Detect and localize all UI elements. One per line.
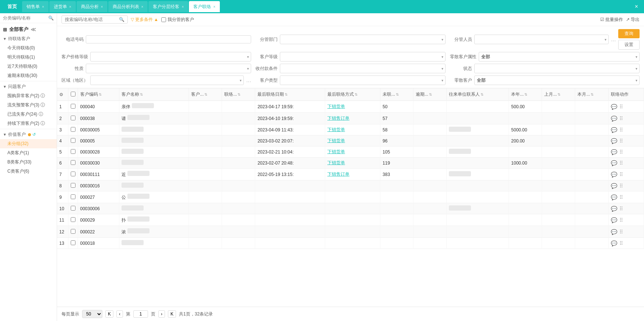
first-page-button[interactable]: K [105,310,113,318]
region-more-icon[interactable]: … [246,77,251,83]
contact-action-icon[interactable]: 💬 [611,104,617,110]
row-checkbox[interactable] [71,172,75,176]
sort-no-contact-icon[interactable]: ⇅ [396,92,399,96]
contact-action-icon[interactable]: 💬 [611,183,617,189]
payment-select[interactable] [280,64,445,73]
nav-tab-customer-contact[interactable]: 客户联络 × [189,1,220,12]
sidebar-item-churn-risk[interactable]: 流失预警客户(3) ⓘ [0,100,57,110]
more-action-icon[interactable]: ⠿ [619,183,623,189]
contact-action-icon[interactable]: 💬 [611,172,617,177]
sidebar-item-b-class[interactable]: B类客户(33) [0,158,57,167]
more-action-icon[interactable]: ⠿ [619,149,623,155]
sidebar-group-pending[interactable]: ▼ 待联络客户 [0,34,57,43]
manager-select[interactable] [474,35,609,44]
more-action-icon[interactable]: ⠿ [619,104,623,110]
sidebar-item-unclassified[interactable]: 未分组(32) [0,139,57,148]
export-button[interactable]: ↗ 导出 [626,17,640,23]
contact-action-icon[interactable]: 💬 [611,116,617,121]
row-checkbox[interactable] [71,160,75,165]
more-conditions-button[interactable]: ▽ 更多条件 ▲ [131,17,158,23]
last-page-button[interactable]: K [168,310,176,318]
close-customer-contact-tab[interactable]: × [213,5,215,9]
sidebar-item-a-class[interactable]: A类客户(1) [0,148,57,158]
per-page-select[interactable]: 50 100 [82,310,102,318]
contact-action-icon[interactable]: 💬 [611,160,617,166]
filter-search-icon[interactable]: 🔍 [119,17,124,22]
sort-code-icon[interactable]: ⇅ [99,92,102,96]
more-action-icon[interactable]: ⠿ [619,194,623,200]
col-this-year-header[interactable]: 本年...⇅ [509,88,542,101]
my-customers-checkbox-label[interactable]: 我分管的客户 [161,17,194,23]
sidebar-item-declining[interactable]: 持续下滑客户(2) ⓘ [0,119,57,128]
row-checkbox[interactable] [71,116,75,120]
filter-search-input[interactable] [65,17,117,22]
contact-action-icon[interactable]: 💬 [611,127,617,133]
query-button[interactable]: 查询 [618,29,640,38]
contact-action-icon[interactable]: 💬 [611,206,617,212]
sort-this-month-icon[interactable]: ⇅ [591,92,594,96]
my-customers-checkbox[interactable] [161,17,166,22]
nav-tab-customer-tier[interactable]: 客户分层经客 × [148,1,188,12]
sidebar-search-input[interactable] [3,15,47,21]
status-select[interactable] [474,64,640,73]
close-customer-tier-tab[interactable]: × [182,5,184,9]
reset-button[interactable]: 设置 [618,40,640,50]
sidebar-item-c-class[interactable]: C类客户(6) [0,167,57,176]
more-action-icon[interactable]: ⠿ [619,127,623,133]
sort-type-icon[interactable]: ⇅ [204,92,207,96]
window-close-button[interactable]: × [632,3,641,10]
nav-tab-purchase[interactable]: 进货单 × [49,1,76,12]
contact-action-icon[interactable]: 💬 [611,229,617,235]
col-contact-header[interactable]: 联络...⇅ [222,88,255,101]
batch-ops-button[interactable]: ☑ 批量操作 [600,17,623,23]
customer-type-select[interactable] [280,75,445,85]
sort-name-icon[interactable]: ⇅ [140,92,143,96]
sort-unit-icon[interactable]: ⇅ [481,92,483,96]
row-checkbox[interactable] [71,183,75,188]
last-way-link[interactable]: 下销售订单 [327,116,349,121]
sidebar-item-abnormal[interactable]: 囤购异常客户(2) ⓘ [0,91,57,100]
sort-last-month-icon[interactable]: ⇅ [557,92,560,96]
sidebar-item-tomorrow[interactable]: 明天待联络(1) [0,53,57,62]
region-select[interactable] [90,75,244,85]
contact-action-icon[interactable]: 💬 [611,149,617,155]
last-way-link[interactable]: 下销货单 [327,127,345,132]
close-analysis-list-tab[interactable]: × [141,5,144,9]
contact-action-icon[interactable]: 💬 [611,138,617,144]
more-action-icon[interactable]: ⠿ [619,217,623,223]
col-this-month-header[interactable]: 本月...⇅ [575,88,608,101]
row-checkbox[interactable] [71,229,75,234]
contact-action-icon[interactable]: 💬 [611,240,617,246]
sidebar-search-icon[interactable]: 🔍 [48,15,54,21]
scattered-attr-select[interactable]: 全部 [479,52,640,61]
sidebar-group-value[interactable]: ▼ 价值客户 ↺ [0,130,57,139]
more-action-icon[interactable]: ⠿ [619,229,623,235]
nav-tab-analysis[interactable]: 商品分析 × [77,1,108,12]
sidebar-item-today[interactable]: 今天待联络(0) [0,43,57,53]
col-code-header[interactable]: 客户编码⇅ [78,88,119,101]
last-way-link[interactable]: 下销货单 [327,138,345,143]
next-page-button[interactable]: › [158,310,165,318]
page-input[interactable] [133,310,148,318]
price-level-select[interactable] [90,52,251,61]
sort-contact-icon[interactable]: ⇅ [237,92,240,96]
row-checkbox[interactable] [71,240,75,245]
row-checkbox[interactable] [71,127,75,132]
col-last-way-header[interactable]: 最后联络方式⇅ [325,88,380,101]
contact-action-icon[interactable]: 💬 [611,217,617,223]
phone-input[interactable] [86,35,251,43]
more-action-icon[interactable]: ⠿ [619,116,623,121]
sort-overdue-icon[interactable]: ⇅ [429,92,432,96]
close-analysis-tab[interactable]: × [101,5,103,9]
refresh-icon[interactable]: ↺ [32,132,36,137]
sidebar-item-overdue[interactable]: 逾期未联络(30) [0,71,57,80]
sidebar-group-problem[interactable]: ▼ 问题客户 [0,82,57,91]
sort-last-way-icon[interactable]: ⇅ [355,92,358,96]
gear-icon[interactable]: ⚙ [59,92,63,97]
prev-page-button[interactable]: ‹ [116,310,123,318]
sort-this-year-icon[interactable]: ⇅ [524,92,527,96]
more-action-icon[interactable]: ⠿ [619,240,623,246]
col-overdue-header[interactable]: 逾期...⇅ [414,88,447,101]
col-name-header[interactable]: 客户名称⇅ [119,88,189,101]
collapse-icon[interactable]: ≪ [31,27,36,32]
